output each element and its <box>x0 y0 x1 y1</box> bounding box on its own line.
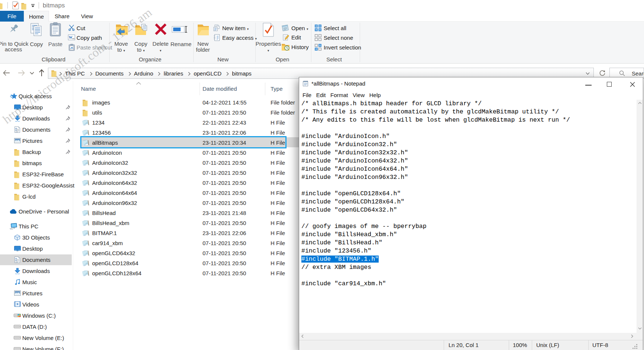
svg-text:W: W <box>69 35 72 39</box>
